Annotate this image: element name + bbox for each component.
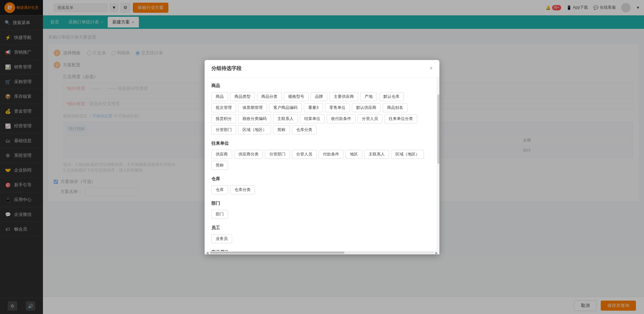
field-tags-employee: 业务员 — [211, 234, 430, 243]
field-section-goods: 商品商品商品类型商品分类规格型号品牌主要供应商产地默认仓库批次管理保质期管理客户… — [211, 83, 430, 134]
field-tag-分管部门[interactable]: 分管部门 — [265, 150, 290, 159]
field-tag-默认仓库[interactable]: 默认仓库 — [379, 92, 404, 101]
field-tag-简称[interactable]: 简称 — [273, 125, 290, 134]
field-tag-零售单位[interactable]: 零售单位 — [325, 103, 350, 112]
field-tag-结算单位[interactable]: 结算单位 — [300, 114, 325, 123]
field-tags-goods: 商品商品类型商品分类规格型号品牌主要供应商产地默认仓库批次管理保质期管理客户商品… — [211, 92, 430, 134]
field-tag-规格型号[interactable]: 规格型号 — [284, 92, 309, 101]
field-tag-部门[interactable]: 部门 — [211, 210, 228, 219]
field-section-title-partner: 往来单位 — [211, 140, 430, 146]
field-tag-付款条件[interactable]: 付款条件 — [319, 150, 343, 159]
field-section-title-department: 部门 — [211, 200, 430, 206]
field-tag-商品类型[interactable]: 商品类型 — [230, 92, 255, 101]
modal-header: 分组待选字段 × — [205, 60, 439, 77]
modal-scroll-bottom[interactable]: ◀ ▶ — [205, 251, 439, 254]
field-tag-主联系人[interactable]: 主联系人 — [273, 114, 298, 123]
field-tag-仓库分类[interactable]: 仓库分类 — [230, 185, 255, 194]
field-tag-批次管理[interactable]: 批次管理 — [211, 103, 236, 112]
field-section-department: 部门部门 — [211, 200, 430, 219]
field-tag-默认供应商[interactable]: 默认供应商 — [352, 103, 381, 112]
modal-close-btn[interactable]: × — [430, 66, 433, 71]
field-tag-往来单位分类[interactable]: 往来单位分类 — [384, 114, 417, 123]
field-tag-区域（地区）[interactable]: 区域（地区） — [238, 125, 271, 134]
horizontal-scroll-track[interactable] — [210, 252, 434, 254]
modal-dialog: 分组待选字段 × 商品商品商品类型商品分类规格型号品牌主要供应商产地默认仓库批次… — [205, 60, 439, 254]
field-section-title-warehouse: 仓库 — [211, 176, 430, 182]
field-tag-商品别名[interactable]: 商品别名 — [383, 103, 408, 112]
field-tag-供应商分类[interactable]: 供应商分类 — [234, 150, 263, 159]
modal-scroll-right[interactable] — [437, 77, 439, 251]
modal-body[interactable]: 商品商品商品类型商品分类规格型号品牌主要供应商产地默认仓库批次管理保质期管理客户… — [205, 77, 437, 251]
field-section-title-goods: 商品 — [211, 83, 430, 89]
field-tag-税收分类编码[interactable]: 税收分类编码 — [238, 114, 271, 123]
field-tag-仓库分类[interactable]: 仓库分类 — [292, 125, 317, 134]
field-section-employee: 员工业务员 — [211, 225, 430, 243]
field-tag-商品分类[interactable]: 商品分类 — [257, 92, 282, 101]
field-tags-department: 部门 — [211, 210, 430, 219]
field-tag-分管部门[interactable]: 分管部门 — [211, 125, 236, 134]
field-tag-主联系人[interactable]: 主联系人 — [364, 150, 389, 159]
modal-inner: 商品商品商品类型商品分类规格型号品牌主要供应商产地默认仓库批次管理保质期管理客户… — [205, 77, 439, 251]
field-tag-品牌[interactable]: 品牌 — [311, 92, 327, 101]
field-tag-商品[interactable]: 商品 — [211, 92, 228, 101]
field-tag-重量3[interactable]: 重量3 — [304, 103, 323, 112]
field-tag-收付款条件[interactable]: 收付款条件 — [327, 114, 356, 123]
field-tag-地区[interactable]: 地区 — [345, 150, 362, 159]
field-tag-仓库[interactable]: 仓库 — [211, 185, 228, 194]
field-tags-warehouse: 仓库仓库分类 — [211, 185, 430, 194]
field-tag-业务员[interactable]: 业务员 — [211, 234, 232, 243]
scroll-thumb-vertical — [437, 95, 439, 164]
field-tag-简称[interactable]: 简称 — [211, 161, 228, 170]
field-tag-分管人员[interactable]: 分管人员 — [292, 150, 317, 159]
field-tags-partner: 供应商供应商分类分管部门分管人员付款条件地区主联系人区域（地区）简称 — [211, 150, 430, 170]
field-tag-供应商[interactable]: 供应商 — [211, 150, 232, 159]
modal-title: 分组待选字段 — [211, 65, 241, 72]
field-section-title-employee: 员工 — [211, 225, 430, 231]
field-tag-主要供应商[interactable]: 主要供应商 — [329, 92, 358, 101]
field-tag-产地[interactable]: 产地 — [360, 92, 377, 101]
field-section-partner: 往来单位供应商供应商分类分管部门分管人员付款条件地区主联系人区域（地区）简称 — [211, 140, 430, 170]
field-tag-分管人员[interactable]: 分管人员 — [358, 114, 382, 123]
field-tag-保质期管理[interactable]: 保质期管理 — [238, 103, 267, 112]
scroll-thumb-horizontal — [210, 252, 344, 254]
field-tag-拣货积分[interactable]: 拣货积分 — [211, 114, 236, 123]
field-section-warehouse: 仓库仓库仓库分类 — [211, 176, 430, 194]
field-tag-区域（地区）[interactable]: 区域（地区） — [391, 150, 424, 159]
field-tag-客户商品编码[interactable]: 客户商品编码 — [269, 103, 302, 112]
